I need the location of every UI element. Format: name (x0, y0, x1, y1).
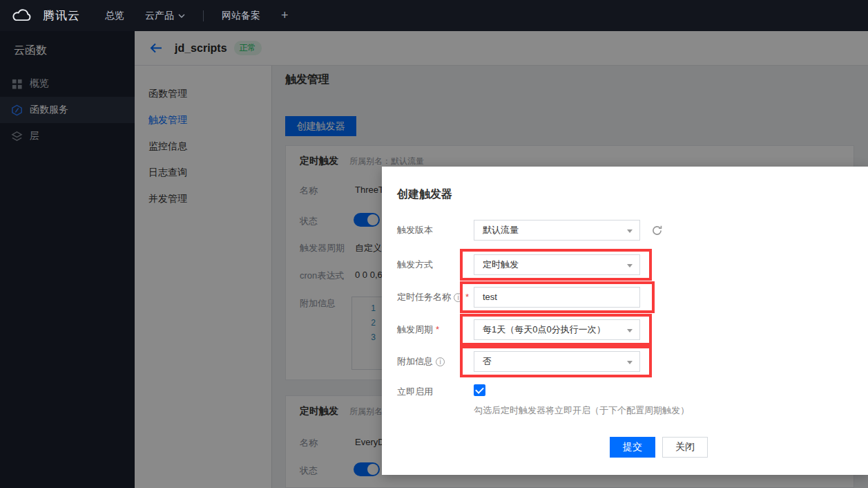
required-mark: * (465, 287, 469, 308)
required-mark: * (436, 319, 439, 340)
nav-item-beian[interactable]: 网站备案 (222, 10, 260, 22)
refresh-icon[interactable] (651, 225, 663, 236)
brand-text: 腾讯云 (43, 8, 80, 24)
trigger-period-select[interactable]: 每1天（每天0点0分执行一次） (474, 319, 640, 340)
field-label: 触发方式 (397, 254, 433, 275)
chevron-down-icon (178, 14, 185, 18)
cloud-logo-icon (11, 8, 32, 23)
row-trigger-period: 触发周期 * 每1天（每天0点0分执行一次） (382, 319, 868, 340)
caret-down-icon (627, 361, 633, 367)
trigger-method-select[interactable]: 定时触发 (474, 254, 640, 275)
row-trigger-method: 触发方式 定时触发 (382, 254, 868, 275)
info-icon[interactable] (436, 357, 445, 366)
create-trigger-modal: 创建触发器 触发版本 默认流量 触发方式 定时触发 定时任务名称 * test (382, 167, 868, 475)
top-navbar: 腾讯云 总览 云产品 网站备案 + (0, 0, 868, 31)
extra-info-select[interactable]: 否 (474, 351, 640, 372)
submit-button[interactable]: 提交 (610, 437, 655, 458)
enable-helper-text: 勾选后定时触发器将立即开启（于下个配置周期触发） (474, 404, 689, 417)
info-icon[interactable] (454, 293, 463, 302)
row-extra-info: 附加信息 否 (382, 351, 868, 372)
trigger-version-select[interactable]: 默认流量 (474, 220, 640, 241)
caret-down-icon (627, 329, 633, 335)
field-label: 触发周期 (397, 319, 433, 340)
field-label: 立即启用 (397, 382, 433, 402)
enable-now-checkbox-checked[interactable] (474, 384, 485, 396)
caret-down-icon (627, 264, 633, 270)
row-enable-now: 立即启用 (382, 382, 868, 402)
tencent-cloud-brand[interactable]: 腾讯云 (11, 8, 80, 24)
caret-down-icon (627, 229, 633, 236)
task-name-input[interactable]: test (474, 287, 640, 308)
nav-item-overview[interactable]: 总览 (105, 10, 124, 22)
field-label: 触发版本 (397, 220, 433, 241)
add-tab-button[interactable]: + (281, 8, 289, 23)
field-label: 定时任务名称 (397, 287, 451, 308)
row-trigger-version: 触发版本 默认流量 (382, 220, 868, 241)
nav-divider (203, 10, 204, 21)
row-task-name: 定时任务名称 * test (382, 287, 868, 308)
modal-title: 创建触发器 (397, 187, 452, 202)
nav-item-products[interactable]: 云产品 (145, 10, 185, 22)
close-button[interactable]: 关闭 (662, 437, 708, 458)
field-label: 附加信息 (397, 351, 433, 372)
